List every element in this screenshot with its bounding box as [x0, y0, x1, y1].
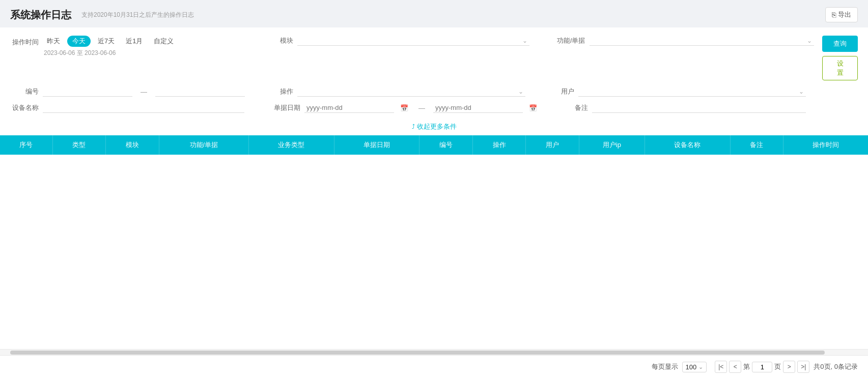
table-col-单据日期: 单据日期 [334, 135, 419, 155]
last-page-button[interactable]: >| [797, 361, 809, 373]
collapse-icon: ⤴ [412, 123, 415, 130]
per-page-select-wrapper[interactable]: 100 ⌄ [682, 362, 707, 372]
user-label: 用户 [546, 87, 574, 96]
today-btn[interactable]: 今天 [67, 36, 91, 47]
pagination-nav: |< < 第 1 页 > >| [715, 361, 809, 373]
table-col-类型: 类型 [52, 135, 105, 155]
user-arrow-icon[interactable]: ⌄ [799, 88, 804, 95]
table-col-用户: 用户 [526, 135, 579, 155]
function-label: 功能/单据 [550, 36, 585, 45]
device-input-wrapper[interactable] [43, 103, 244, 113]
table-header-row: 序号类型模块功能/单据业务类型单据日期编号操作用户用户ip设备名称备注操作时间 [0, 135, 868, 155]
page-header: 系统操作日志 支持2020年10月31日之后产生的操作日志 ⎘ 导出 [0, 0, 868, 27]
code-start-input-wrapper[interactable] [43, 86, 132, 97]
device-filter: 设备名称 [10, 103, 244, 113]
code-end-input-wrapper[interactable] [155, 86, 245, 97]
scroll-thumb[interactable] [10, 351, 825, 355]
operation-filter: 操作 ⌄ [265, 86, 525, 97]
action-buttons: 查询 设置 [822, 36, 858, 80]
doc-date-end-wrapper[interactable] [433, 103, 523, 113]
remark-input[interactable] [594, 104, 804, 111]
doc-date-filter: 单据日期 📅 — 📅 [265, 103, 539, 113]
doc-date-sep: — [414, 104, 429, 112]
data-table: 序号类型模块功能/单据业务类型单据日期编号操作用户用户ip设备名称备注操作时间 [0, 135, 868, 155]
export-label: 导出 [838, 10, 851, 19]
export-button[interactable]: ⎘ 导出 [825, 7, 858, 22]
user-input[interactable] [580, 88, 799, 95]
yesterday-btn[interactable]: 昨天 [43, 36, 64, 47]
table-col-序号: 序号 [0, 135, 52, 155]
remark-input-wrapper[interactable] [592, 103, 806, 113]
per-page-arrow-icon: ⌄ [698, 364, 703, 370]
scrollbar-area[interactable] [0, 349, 868, 355]
module-label: 模块 [265, 36, 293, 45]
empty-area [0, 155, 868, 317]
function-arrow-icon[interactable]: ⌄ [807, 37, 812, 44]
module-filter: 模块 ⌄ [265, 36, 529, 46]
doc-date-label: 单据日期 [265, 103, 300, 112]
remark-filter: 备注 [559, 103, 806, 113]
function-dropdown[interactable]: ⌄ [590, 36, 815, 46]
operation-label: 操作 [265, 87, 293, 96]
function-filter: 功能/单据 ⌄ [550, 36, 815, 46]
pagination-bar: 每页显示 100 ⌄ |< < 第 1 页 > >| 共0页, 0条记录 [0, 355, 868, 378]
table-col-设备名称: 设备名称 [645, 135, 730, 155]
page-unit: 页 [774, 362, 781, 371]
last1month-btn[interactable]: 近1月 [122, 36, 147, 47]
code-sep: — [136, 88, 151, 96]
per-page-value: 100 [686, 363, 697, 371]
table-col-操作时间: 操作时间 [783, 135, 868, 155]
doc-date-end-input[interactable] [435, 104, 521, 111]
table-col-备注: 备注 [730, 135, 783, 155]
page-number-input[interactable]: 1 [752, 362, 772, 372]
page-total: 共0页, 0条记录 [814, 362, 858, 371]
table-header: 序号类型模块功能/单据业务类型单据日期编号操作用户用户ip设备名称备注操作时间 [0, 135, 868, 155]
table-col-业务类型: 业务类型 [249, 135, 334, 155]
query-button[interactable]: 查询 [822, 36, 858, 52]
calendar-end-icon[interactable]: 📅 [527, 104, 539, 112]
page-wrapper: 系统操作日志 支持2020年10月31日之后产生的操作日志 ⎘ 导出 操作时间 … [0, 0, 868, 378]
code-start-input[interactable] [45, 88, 130, 95]
remark-label: 备注 [559, 103, 588, 112]
filter-row-3: 设备名称 单据日期 📅 — 📅 备注 [10, 103, 858, 113]
user-dropdown[interactable]: ⌄ [578, 86, 806, 97]
first-page-button[interactable]: |< [715, 361, 727, 373]
header-left: 系统操作日志 支持2020年10月31日之后产生的操作日志 [10, 8, 194, 22]
collapse-bar[interactable]: ⤴ 收起更多条件 [10, 119, 858, 135]
page-title: 系统操作日志 [10, 8, 71, 22]
table-wrapper: 序号类型模块功能/单据业务类型单据日期编号操作用户用户ip设备名称备注操作时间 [0, 135, 868, 349]
next-page-button[interactable]: > [783, 361, 795, 373]
calendar-start-icon[interactable]: 📅 [398, 104, 410, 112]
code-end-input[interactable] [157, 88, 243, 95]
time-filter-group: 昨天 今天 近7天 近1月 自定义 2023-06-06 至 2023-06-0… [43, 36, 178, 57]
page-subtitle: 支持2020年10月31日之后产生的操作日志 [81, 11, 194, 19]
table-col-用户ip: 用户ip [579, 135, 645, 155]
page-label: 第 [743, 362, 750, 371]
function-input[interactable] [592, 37, 807, 44]
custom-btn[interactable]: 自定义 [150, 36, 178, 47]
doc-date-start-input[interactable] [306, 104, 392, 111]
doc-date-start-wrapper[interactable] [304, 103, 394, 113]
table-col-模块: 模块 [106, 135, 159, 155]
operation-time-filter: 操作时间 昨天 今天 近7天 近1月 自定义 2023-06-06 至 2023… [10, 36, 244, 57]
device-input[interactable] [45, 104, 242, 111]
export-icon: ⎘ [832, 11, 836, 19]
filter-section: 操作时间 昨天 今天 近7天 近1月 自定义 2023-06-06 至 2023… [0, 27, 868, 135]
table-col-编号: 编号 [419, 135, 472, 155]
user-filter: 用户 ⌄ [546, 86, 806, 97]
table-col-功能/单据: 功能/单据 [159, 135, 248, 155]
time-range-display: 2023-06-06 至 2023-06-06 [44, 49, 178, 57]
module-dropdown[interactable]: ⌄ [297, 36, 529, 46]
table-col-操作: 操作 [472, 135, 525, 155]
prev-page-button[interactable]: < [729, 361, 741, 373]
code-label: 编号 [10, 87, 39, 96]
operation-arrow-icon[interactable]: ⌄ [518, 88, 523, 95]
operation-dropdown[interactable]: ⌄ [297, 86, 525, 97]
device-label: 设备名称 [10, 103, 39, 112]
module-arrow-icon[interactable]: ⌄ [522, 37, 527, 44]
operation-input[interactable] [299, 88, 518, 95]
module-input[interactable] [299, 37, 522, 44]
last7days-btn[interactable]: 近7天 [94, 36, 119, 47]
settings-button[interactable]: 设置 [822, 56, 858, 80]
per-page-label: 每页显示 [652, 362, 678, 371]
